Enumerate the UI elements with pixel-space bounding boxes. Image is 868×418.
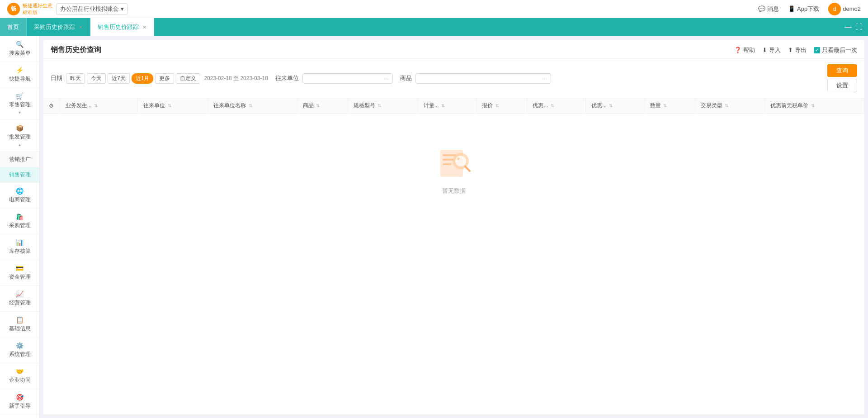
date-btn-yesterday[interactable]: 昨天 [66,73,85,84]
sort-icon: ⇅ [94,103,98,108]
col-partner-code[interactable]: 往来单位 ⇅ [138,98,208,114]
logo-icon: 畅 [7,3,20,15]
export-btn[interactable]: ⬆ 导出 [788,46,807,54]
logo-text: 畅捷通好生意 标准版 [23,2,52,15]
sidebar-item-system-mgmt[interactable]: ⚙️ 系统管理 [0,337,39,363]
app-download-btn[interactable]: 📱 App下载 [788,5,819,13]
date-btn-1month[interactable]: 近1月 [132,73,154,84]
top-header: 畅 畅捷通好生意 标准版 办公用品行业模拟账套 ▾ 💬 消息 📱 App下载 d… [0,0,868,18]
header-left: 畅 畅捷通好生意 标准版 办公用品行业模拟账套 ▾ [7,2,128,15]
sidebar-item-inventory-check[interactable]: 📊 库存核算 [0,234,39,260]
only-last-checkbox[interactable]: ✓ 只看最后一次 [814,46,857,54]
partner-input[interactable]: ··· [302,73,393,84]
sort-icon: ⇅ [316,103,320,108]
main-layout: 🔍 搜索菜单 ⚡ 快捷导航 🛒 零售管理 ▾ 📦 批发管理 ▴ 营销推广 销售管… [0,36,868,418]
col-trade-type[interactable]: 交易类型 ⇅ [695,98,765,114]
tab-purchase-history[interactable]: 采购历史价跟踪 ✕ [27,18,90,36]
svg-line-6 [465,166,470,171]
empty-illustration [431,141,476,181]
sidebar-item-app-center[interactable]: 📱 应用中心 [0,415,39,418]
import-btn[interactable]: ⬇ 导入 [762,46,781,54]
tab-sales-history[interactable]: 销售历史价跟踪 ✕ [90,18,154,36]
search-icon: 🔍 [16,41,24,48]
chevron-down-icon: ▾ [19,110,21,115]
sidebar-item-wholesale-mgmt[interactable]: 📦 批发管理 ▴ [0,120,39,152]
goods-input[interactable]: ··· [415,73,551,84]
chevron-up-icon: ▴ [19,142,21,147]
message-btn[interactable]: 💬 消息 [758,5,779,13]
sort-icon: ⇅ [609,103,613,108]
goods-dots: ··· [542,75,547,82]
date-btn-custom[interactable]: 自定义 [176,73,200,84]
page-header-actions: ❓ 帮助 ⬇ 导入 ⬆ 导出 ✓ 只看最后一次 [734,46,857,54]
sort-icon: ⇅ [663,103,667,108]
purchase-tab-label: 采购历史价跟踪 [34,23,75,31]
col-settings[interactable]: ⚙ [43,98,60,114]
sidebar-item-ecommerce-mgmt[interactable]: 🌐 电商管理 [0,183,39,209]
sidebar-item-retail-mgmt[interactable]: 🛒 零售管理 ▾ [0,88,39,120]
home-tab-label: 首页 [7,23,19,31]
sidebar-item-enterprise-collab[interactable]: 🤝 企业协同 [0,363,39,389]
partner-filter-group: 往来单位 ··· [275,73,393,84]
partner-dots: ··· [384,75,389,82]
date-btn-more[interactable]: 更多 [155,73,174,84]
sort-icon: ⇅ [249,103,252,108]
svg-rect-1 [443,154,456,156]
message-icon: 💬 [758,5,765,12]
goods-label: 商品 [400,74,412,82]
help-icon: ❓ [734,47,741,53]
basic-info-icon: 📋 [16,316,24,323]
col-price[interactable]: 报价 ⇅ [476,98,527,114]
sidebar-item-sales-mgmt[interactable]: 销售管理 [0,167,39,183]
sort-icon: ⇅ [168,103,171,108]
col-unit[interactable]: 计量... ⇅ [418,98,476,114]
sidebar-item-search-menu[interactable]: 🔍 搜索菜单 [0,36,39,62]
sidebar-item-quick-nav[interactable]: ⚡ 快捷导航 [0,62,39,88]
tab-close-purchase[interactable]: ✕ [79,24,83,30]
col-discount1[interactable]: 优惠... ⇅ [527,98,586,114]
page-header: 销售历史价查询 ❓ 帮助 ⬇ 导入 ⬆ 导出 ✓ [43,40,864,59]
tab-minimize-icon[interactable]: — [844,23,852,31]
inventory-icon: 📊 [16,239,24,246]
sidebar-item-purchase-mgmt[interactable]: 🛍️ 采购管理 [0,209,39,234]
col-spec[interactable]: 规格型号 ⇅ [348,98,418,114]
filter-action-btns: 查询 设置 [827,64,857,92]
sidebar-item-finance-mgmt[interactable]: 💳 资金管理 [0,260,39,286]
tab-bar-actions: — ⛶ [844,23,868,31]
purchase-icon: 🛍️ [16,213,24,220]
sidebar-item-operation-mgmt[interactable]: 📈 经营管理 [0,286,39,312]
col-quantity[interactable]: 数量 ⇅ [644,98,695,114]
date-btn-7days[interactable]: 近7天 [108,73,130,84]
tab-close-sales[interactable]: ✕ [142,24,146,30]
col-business-date[interactable]: 业务发生... ⇅ [60,98,138,114]
search-button[interactable]: 查询 [827,64,857,77]
sidebar-item-new-guide[interactable]: 🎯 新手引导 [0,389,39,415]
sidebar-sub-wholesale: 营销推广 销售管理 [0,152,39,183]
export-icon: ⬆ [788,47,793,53]
svg-point-5 [455,156,466,166]
logo-area: 畅 畅捷通好生意 标准版 [7,2,52,15]
system-icon: ⚙️ [16,342,24,349]
partner-label: 往来单位 [275,74,299,82]
col-pretax-price[interactable]: 优惠前无税单价 ⇅ [765,98,864,114]
svg-point-7 [457,157,460,160]
tab-maximize-icon[interactable]: ⛶ [855,23,863,31]
tab-home[interactable]: 首页 [0,18,27,36]
date-filter-label: 日期 [51,74,62,82]
sidebar-item-marketing[interactable]: 营销推广 [0,152,39,167]
setting-button[interactable]: 设置 [827,79,857,92]
col-goods[interactable]: 商品 ⇅ [297,98,348,114]
sort-icon: ⇅ [725,103,728,108]
guide-icon: 🎯 [16,394,24,401]
user-profile[interactable]: d demo2 [828,3,861,15]
sidebar-item-basic-info[interactable]: 📋 基础信息 [0,312,39,337]
avatar: d [828,3,841,15]
account-selector[interactable]: 办公用品行业模拟账套 ▾ [56,3,128,15]
col-discount2[interactable]: 优惠... ⇅ [586,98,645,114]
data-table: ⚙ 业务发生... ⇅ 往来单位 ⇅ 往来单位名称 ⇅ [43,98,864,114]
date-buttons: 昨天 今天 近7天 近1月 更多 自定义 [66,73,200,84]
col-partner-name[interactable]: 往来单位名称 ⇅ [208,98,297,114]
date-btn-today[interactable]: 今天 [87,73,106,84]
help-btn[interactable]: ❓ 帮助 [734,46,755,54]
sort-icon: ⇅ [441,103,445,108]
